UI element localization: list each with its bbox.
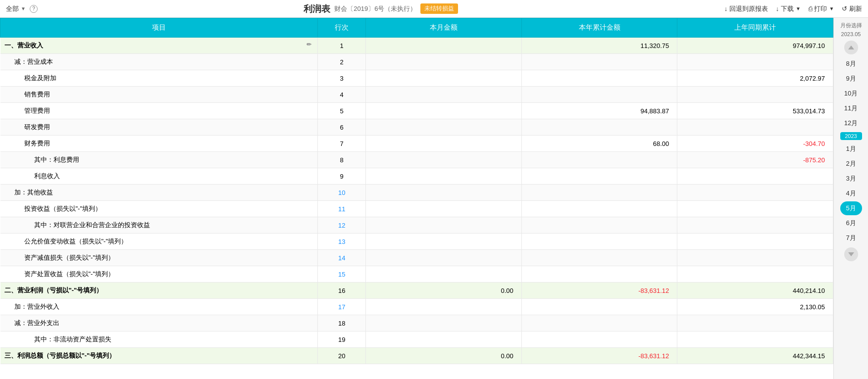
cell-ytd [521, 250, 677, 266]
cell-item: 管理费用 [0, 103, 318, 119]
table-row: 投资收益（损失以"-"填列）11 [0, 201, 833, 217]
cell-ytd [521, 87, 677, 103]
cell-item: 公允价值变动收益（损失以"-"填列） [0, 234, 318, 250]
table-area[interactable]: 项目 行次 本月金额 本年累计金额 上年同期累计 一、营业收入✏111,320.… [0, 18, 833, 379]
top-bar-right: ↓ 回退到原报表 ↓ 下载 ▼ ⎙ 打印 ▼ ↺ 刷新 [724, 4, 862, 13]
top-bar-center: 利润表 财会〔2019〕6号（未执行） 未结转损益 [304, 3, 458, 15]
cell-prev: 533,014.73 [677, 103, 833, 119]
download-arrow-icon: ▼ [796, 6, 801, 11]
cell-row-num: 2 [318, 54, 366, 70]
cell-item: 加：其他收益 [0, 185, 318, 201]
cell-current [366, 299, 522, 315]
report-subtitle: 财会〔2019〕6号（未执行） [334, 4, 416, 13]
table-row: 资产处置收益（损失以"-"填列）15 [0, 266, 833, 283]
month-item[interactable]: 1月 [840, 142, 862, 156]
cell-current [366, 332, 522, 348]
month-item[interactable]: 6月 [840, 216, 862, 230]
cell-row-num: 5 [318, 103, 366, 119]
table-row: 公允价值变动收益（损失以"-"填列）13 [0, 234, 833, 250]
cell-item: 资产减值损失（损失以"-"填列） [0, 250, 318, 266]
col-header-row: 行次 [318, 18, 366, 38]
back-label: ↓ 回退到原报表 [724, 4, 768, 13]
cell-ytd [521, 168, 677, 185]
cell-ytd [521, 152, 677, 168]
print-button[interactable]: ⎙ 打印 ▼ [809, 4, 834, 13]
cell-prev [677, 266, 833, 283]
month-year-label: 2023.05 [841, 31, 861, 37]
month-item[interactable]: 2023 [840, 132, 862, 140]
cell-item: 减：营业成本 [0, 54, 318, 70]
cell-prev [677, 250, 833, 266]
cell-item: 投资收益（损失以"-"填列） [0, 201, 318, 217]
table-row: 资产减值损失（损失以"-"填列）14 [0, 250, 833, 266]
cell-ytd [521, 332, 677, 348]
cell-row-num[interactable]: 13 [318, 234, 366, 250]
month-item[interactable]: 10月 [840, 87, 862, 100]
month-item[interactable]: 11月 [840, 101, 862, 115]
cell-prev: 2,130.05 [677, 299, 833, 315]
download-button[interactable]: ↓ 下载 ▼ [776, 4, 801, 13]
month-item[interactable]: 7月 [840, 231, 862, 245]
cell-row-num[interactable]: 17 [318, 299, 366, 315]
help-icon[interactable]: ? [30, 5, 38, 13]
table-row: 三、利润总额（亏损总额以"-"号填列）200.00-83,631.12442,3… [0, 348, 833, 364]
month-sidebar: 月份选择 2023.05 8月9月10月11月12月20231月2月3月4月5月… [833, 18, 868, 379]
cell-row-num: 7 [318, 136, 366, 152]
back-button[interactable]: ↓ 回退到原报表 [724, 4, 768, 13]
month-item[interactable]: 12月 [840, 116, 862, 130]
table-row: 加：其他收益10 [0, 185, 833, 201]
cell-item: 三、利润总额（亏损总额以"-"号填列） [0, 348, 318, 364]
cell-row-num[interactable]: 14 [318, 250, 366, 266]
cell-prev [677, 201, 833, 217]
cell-row-num[interactable]: 12 [318, 217, 366, 234]
cell-ytd [521, 119, 677, 136]
cell-current [366, 201, 522, 217]
top-bar-left: 全部 ▼ ? [6, 4, 38, 13]
month-item[interactable]: 3月 [840, 172, 862, 186]
cell-item: 其中：对联营企业和合营企业的投资收益 [0, 217, 318, 234]
cell-row-num[interactable]: 15 [318, 266, 366, 283]
cell-ytd [521, 201, 677, 217]
cell-item: 财务费用 [0, 136, 318, 152]
edit-icon[interactable]: ✏ [306, 41, 311, 48]
refresh-button[interactable]: ↺ 刷新 [842, 4, 862, 13]
cell-item: 其中：非流动资产处置损失 [0, 332, 318, 348]
table-row: 减：营业外支出18 [0, 315, 833, 332]
cell-row-num: 6 [318, 119, 366, 136]
status-badge[interactable]: 未结转损益 [420, 3, 458, 14]
table-row: 管理费用594,883.87533,014.73 [0, 103, 833, 119]
month-item[interactable]: 9月 [840, 72, 862, 86]
month-nav-down-button[interactable] [844, 247, 858, 261]
cell-row-num[interactable]: 11 [318, 201, 366, 217]
top-bar: 全部 ▼ ? 利润表 财会〔2019〕6号（未执行） 未结转损益 ↓ 回退到原报… [0, 0, 868, 18]
month-nav-up-button[interactable] [844, 41, 858, 54]
cell-ytd [521, 70, 677, 87]
cell-current: 0.00 [366, 283, 522, 299]
cell-prev [677, 119, 833, 136]
cell-item: 研发费用 [0, 119, 318, 136]
table-header-row: 项目 行次 本月金额 本年累计金额 上年同期累计 [0, 18, 833, 38]
cell-current [366, 119, 522, 136]
cell-current [366, 168, 522, 185]
all-select-dropdown[interactable]: 全部 ▼ [6, 4, 26, 13]
cell-ytd [521, 217, 677, 234]
cell-row-num: 3 [318, 70, 366, 87]
month-item[interactable]: 5月 [840, 201, 862, 215]
cell-ytd: 68.00 [521, 136, 677, 152]
cell-row-num: 18 [318, 315, 366, 332]
month-item[interactable]: 8月 [840, 57, 862, 71]
table-row: 二、营业利润（亏损以"-"号填列）160.00-83,631.12440,214… [0, 283, 833, 299]
cell-prev: 2,072.97 [677, 70, 833, 87]
month-item[interactable]: 4月 [840, 187, 862, 200]
cell-row-num[interactable]: 10 [318, 185, 366, 201]
col-header-prev: 上年同期累计 [677, 18, 833, 38]
cell-ytd [521, 54, 677, 70]
refresh-label: ↺ 刷新 [842, 4, 862, 13]
table-row: 其中：非流动资产处置损失19 [0, 332, 833, 348]
cell-ytd [521, 234, 677, 250]
cell-row-num: 1 [318, 38, 366, 54]
table-row: 财务费用768.00-304.70 [0, 136, 833, 152]
cell-prev [677, 168, 833, 185]
cell-current [366, 70, 522, 87]
month-item[interactable]: 2月 [840, 157, 862, 171]
